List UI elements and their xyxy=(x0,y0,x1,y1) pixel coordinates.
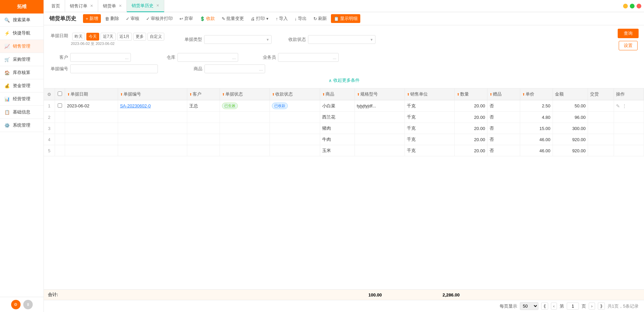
doc-no-link[interactable]: SA-20230602-0 xyxy=(120,103,151,108)
checkbox-column-header[interactable] xyxy=(55,88,65,100)
new-button[interactable]: + 新增 xyxy=(83,14,101,23)
payment-status-dropdown-icon[interactable]: ▼ xyxy=(370,38,373,42)
sidebar-item-operations[interactable]: 📊 经营管理 xyxy=(0,93,44,106)
row-checkbox[interactable] xyxy=(58,103,62,108)
salesperson-input[interactable] xyxy=(280,55,333,60)
last7days-btn[interactable]: 近7天 xyxy=(101,33,116,41)
more-btn[interactable]: 更多 xyxy=(133,33,146,41)
select-all-checkbox[interactable] xyxy=(58,92,62,96)
collapse-button[interactable]: ∧ 收起更多条件 xyxy=(327,76,361,85)
approve-print-button[interactable]: ✓ 审核并打印 xyxy=(143,14,175,23)
abandon-button[interactable]: ↩ 弃审 xyxy=(177,14,196,23)
import-button[interactable]: ↑ 导入 xyxy=(273,14,291,23)
price-cell: 15.00 xyxy=(520,123,553,134)
price-sort-icon[interactable]: ⬆ xyxy=(522,93,525,96)
doc-status-cell xyxy=(220,123,270,134)
sidebar-item-search-menu[interactable]: 🔍 搜索菜单 xyxy=(0,14,44,27)
batch-change-icon: ✎ xyxy=(222,16,225,21)
today-btn[interactable]: 今天 xyxy=(86,33,99,41)
refresh-icon: ↻ xyxy=(313,16,317,21)
collect-button[interactable]: 💲 收款 xyxy=(197,14,218,23)
customer-input[interactable] xyxy=(73,55,125,60)
customer-sort-icon[interactable]: ⬆ xyxy=(189,93,192,96)
row-checkbox-cell[interactable] xyxy=(55,145,65,156)
doc-no-input[interactable] xyxy=(70,64,158,73)
docstatus-sort-icon[interactable]: ⬆ xyxy=(222,93,225,96)
goods-input[interactable] xyxy=(207,67,259,71)
doc-no-label: 单据编号 xyxy=(49,66,68,72)
tab-home[interactable]: 首页 xyxy=(47,0,65,12)
sidebar-settings-btn[interactable]: ⚙ xyxy=(11,300,21,309)
print-button[interactable]: 🖨 打印 ▼ xyxy=(248,14,272,23)
export-button[interactable]: ↓ 导出 xyxy=(292,14,309,23)
doc-type-dropdown-icon[interactable]: ▼ xyxy=(266,38,269,42)
salesperson-dots[interactable]: ... xyxy=(333,55,336,60)
date-sort-icon[interactable]: ⬆ xyxy=(67,93,70,96)
row-checkbox-cell[interactable] xyxy=(55,100,65,112)
tab-sales-history-close[interactable]: ✕ xyxy=(156,3,159,8)
page-size-select[interactable]: 50 100 200 xyxy=(520,302,538,310)
goods-label: 商品 xyxy=(184,66,202,72)
refresh-button[interactable]: ↻ 刷新 xyxy=(311,14,330,23)
docno-sort-icon[interactable]: ⬆ xyxy=(120,93,123,96)
tab-sales-order-close[interactable]: ✕ xyxy=(90,4,93,8)
last1month-btn[interactable]: 近1月 xyxy=(117,33,132,41)
approve-label: 审核 xyxy=(131,16,139,22)
yesterday-btn[interactable]: 昨天 xyxy=(72,33,85,41)
goods-cell: 牛肉 xyxy=(320,134,355,145)
last-page-button[interactable]: ⟫ xyxy=(598,303,605,310)
row-checkbox-cell[interactable] xyxy=(55,123,65,134)
docno-cell xyxy=(118,145,187,156)
print-dropdown-icon: ▼ xyxy=(266,17,269,21)
sidebar-item-inventory[interactable]: 🏠 库存核算 xyxy=(0,66,44,79)
warehouse-input[interactable] xyxy=(180,55,232,60)
settings-button[interactable]: 设置 xyxy=(619,41,638,50)
minimize-button[interactable] xyxy=(623,4,628,8)
sidebar-item-sys-mgmt[interactable]: ⚙️ 系统管理 xyxy=(0,119,44,132)
sidebar-item-purchase-mgmt[interactable]: 🛒 采购管理 xyxy=(0,53,44,66)
row-checkbox-cell[interactable] xyxy=(55,134,65,145)
paystatus-sort-icon[interactable]: ⬆ xyxy=(272,93,275,96)
custom-btn[interactable]: 自定义 xyxy=(147,33,164,41)
actions-cell xyxy=(614,134,644,145)
docno-cell xyxy=(118,112,187,123)
spec-cell xyxy=(355,134,404,145)
export-icon: ↓ xyxy=(295,16,297,21)
more-icon[interactable]: ⋮ xyxy=(622,103,627,109)
page-number-input[interactable] xyxy=(567,303,579,310)
tab-sales-goods[interactable]: 销货单 ✕ xyxy=(98,0,127,12)
maximize-button[interactable] xyxy=(630,4,635,8)
warehouse-dots[interactable]: ... xyxy=(232,55,236,60)
spec-sort-icon[interactable]: ⬆ xyxy=(357,93,360,96)
next-page-button[interactable]: › xyxy=(589,303,595,310)
delete-button[interactable]: 🗑 删除 xyxy=(102,14,122,23)
tab-sales-order[interactable]: 销售订单 ✕ xyxy=(65,0,98,12)
edit-icon[interactable]: ✎ xyxy=(616,103,620,109)
sidebar-item-finance[interactable]: 💰 资金管理 xyxy=(0,79,44,93)
print-label: 打印 xyxy=(256,16,265,22)
goods-column-header: ⬆商品 xyxy=(320,88,355,100)
batch-change-button[interactable]: ✎ 批量变更 xyxy=(219,14,247,23)
row-checkbox-cell[interactable] xyxy=(55,112,65,123)
table-header-row: ⚙ ⬆单据日期 ⬆单据编号 ⬆客户 ⬆单据状态 ⬆收款状态 ⬆商品 ⬆规格型号 … xyxy=(44,88,644,100)
show-detail-button[interactable]: 📋 显示明细 xyxy=(331,14,360,23)
sidebar-pause-btn[interactable]: ⏸ xyxy=(23,300,33,309)
tab-sales-history[interactable]: 销货单历史 ✕ xyxy=(127,0,164,12)
sidebar-item-base-info[interactable]: 📋 基础信息 xyxy=(0,106,44,119)
unit-sort-icon[interactable]: ⬆ xyxy=(407,93,410,96)
prev-page-button[interactable]: ‹ xyxy=(551,303,557,310)
close-button[interactable] xyxy=(637,4,641,8)
sidebar-item-sales-mgmt[interactable]: 📈 销售管理 xyxy=(0,40,44,53)
goods-sort-icon[interactable]: ⬆ xyxy=(322,93,325,96)
gear-column-header[interactable]: ⚙ xyxy=(44,88,55,100)
gift-sort-icon[interactable]: ⬆ xyxy=(489,93,492,96)
goods-dots[interactable]: ... xyxy=(259,67,263,72)
query-button[interactable]: 查询 xyxy=(618,29,639,38)
first-page-button[interactable]: ⟪ xyxy=(541,303,548,310)
customer-dots[interactable]: ... xyxy=(125,55,129,60)
customer-cell xyxy=(187,145,220,156)
sidebar-item-quick-nav[interactable]: ⚡ 快捷导航 xyxy=(0,27,44,40)
qty-sort-icon[interactable]: ⬆ xyxy=(457,93,459,96)
tab-sales-goods-close[interactable]: ✕ xyxy=(119,4,122,8)
approve-button[interactable]: ✓ 审核 xyxy=(123,14,142,23)
